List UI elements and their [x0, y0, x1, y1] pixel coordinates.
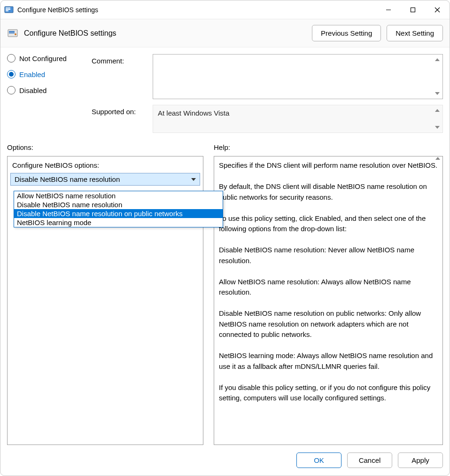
close-button[interactable] — [425, 0, 450, 19]
scroll-up-icon[interactable] — [435, 109, 440, 112]
svg-rect-2 — [6, 9, 10, 10]
supported-on-value: At least Windows Vista — [158, 109, 229, 117]
radio-not-configured[interactable]: Not Configured — [7, 54, 82, 62]
netbios-options-combobox[interactable]: Disable NetBIOS name resolution — [10, 173, 200, 186]
footer: OK Cancel Apply — [0, 445, 450, 476]
supported-on-label: Supported on: — [92, 105, 148, 116]
radio-disabled[interactable]: Disabled — [7, 86, 82, 94]
svg-rect-1 — [6, 8, 10, 8]
help-text: Specifies if the DNS client will perform… — [214, 156, 442, 407]
maximize-button[interactable] — [401, 0, 425, 19]
radio-icon — [7, 86, 16, 94]
radio-icon — [7, 70, 16, 78]
svg-rect-10 — [9, 32, 15, 33]
apply-button[interactable]: Apply — [398, 453, 443, 468]
previous-setting-button[interactable]: Previous Setting — [312, 25, 381, 41]
options-heading: Configure NetBIOS options: — [8, 161, 203, 173]
dropdown-item[interactable]: Disable NetBIOS name resolution — [14, 200, 223, 209]
dropdown-item[interactable]: Allow NetBIOS name resolution — [14, 191, 223, 200]
help-panel: Specifies if the DNS client will perform… — [214, 156, 443, 445]
radio-enabled[interactable]: Enabled — [7, 70, 82, 78]
state-section: Not Configured Enabled Disabled Comment:… — [0, 47, 450, 133]
scroll-down-icon[interactable] — [435, 126, 440, 129]
svg-rect-3 — [6, 10, 8, 11]
section-labels: Options: Help: — [0, 133, 450, 156]
scroll-down-icon[interactable] — [435, 92, 440, 95]
supported-on-box: At least Windows Vista — [153, 105, 443, 133]
radio-label: Not Configured — [19, 55, 67, 62]
dropdown-item[interactable]: Disable NetBIOS name resolution on publi… — [14, 209, 223, 218]
next-setting-button[interactable]: Next Setting — [387, 25, 443, 41]
netbios-options-dropdown: Allow NetBIOS name resolution Disable Ne… — [14, 191, 223, 227]
header: Configure NetBIOS settings Previous Sett… — [0, 19, 450, 47]
dropdown-item[interactable]: NetBIOS learning mode — [14, 218, 223, 227]
help-label: Help: — [214, 143, 443, 151]
radio-icon — [7, 54, 16, 62]
comment-label: Comment: — [92, 54, 148, 65]
titlebar: Configure NetBIOS settings — [0, 0, 450, 19]
options-panel: Configure NetBIOS options: Disable NetBI… — [7, 156, 203, 445]
cancel-button[interactable]: Cancel — [347, 453, 392, 468]
ok-button[interactable]: OK — [296, 453, 341, 468]
svg-rect-9 — [9, 31, 15, 32]
help-scroll-up-icon[interactable] — [435, 157, 440, 160]
fields: Comment: Supported on: At least Windows … — [92, 54, 443, 133]
comment-textarea[interactable] — [153, 54, 443, 99]
radio-label: Enabled — [19, 70, 45, 78]
radio-label: Disabled — [19, 86, 47, 94]
scroll-up-icon[interactable] — [435, 58, 440, 61]
options-label: Options: — [7, 143, 203, 151]
minimize-button[interactable] — [376, 0, 401, 19]
policy-icon — [4, 5, 14, 15]
setting-title: Configure NetBIOS settings — [24, 29, 306, 38]
setting-icon — [7, 28, 18, 39]
policy-settings-window: Configure NetBIOS settings Configure Net… — [0, 0, 450, 476]
window-title: Configure NetBIOS settings — [17, 6, 98, 14]
panels: Configure NetBIOS options: Disable NetBI… — [0, 156, 450, 445]
svg-point-11 — [15, 33, 16, 35]
svg-rect-5 — [411, 8, 415, 12]
state-radio-group: Not Configured Enabled Disabled — [7, 54, 82, 133]
